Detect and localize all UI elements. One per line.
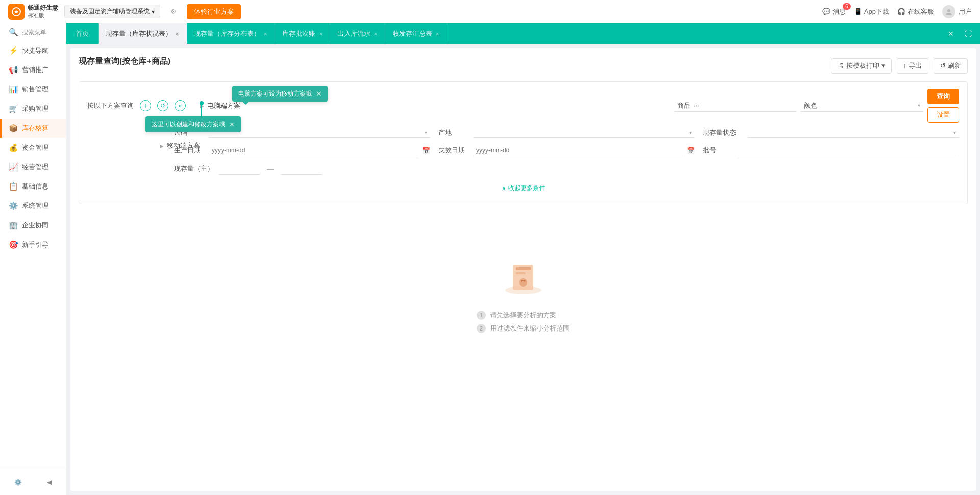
filter-field-batch: 批号 [703,144,959,156]
lightning-icon: ⚡ [9,46,18,55]
system-select[interactable]: 装备及固定资产辅助管理系统 ▾ [64,5,160,18]
headset-icon: 🎧 [897,8,905,15]
query-button[interactable]: 查询 [927,89,959,104]
stock-status-select[interactable]: ▾ [748,128,959,138]
tab-stock-status[interactable]: 现存量（库存状况表） ✕ [99,23,187,44]
tab-recv-send[interactable]: 收发存汇总表 ✕ [385,23,447,44]
print-button[interactable]: 🖨 按模板打印 ▾ [831,58,892,74]
sidebar-item-operations[interactable]: 📈 经营管理 [0,157,66,177]
tooltip-1-text: 电脑方案可设为移动方案哦 [238,89,312,98]
stock-main-from-input[interactable] [219,162,260,175]
settings-icon[interactable]: ⚙ [166,5,181,19]
marketing-icon: 📢 [9,65,18,75]
batch-input[interactable] [738,144,959,156]
sidebar-sales-label: 销售管理 [22,85,48,94]
industry-button[interactable]: 体验行业方案 [187,4,241,19]
color-select-arrow: ▾ [918,103,920,108]
tab-close-all-button[interactable]: ✕ [944,27,958,40]
top-bar-right: 💬 消息 6 📱 App下载 🎧 在线客服 用户 [822,5,972,18]
origin-select[interactable]: ▾ [473,128,695,138]
page-header: 现存量查询(按仓库+商品) 🖨 按模板打印 ▾ ↑ 导出 ↺ [79,56,968,75]
tab-recv-send-close[interactable]: ✕ [435,31,439,37]
tab-stock-status-close[interactable]: ✕ [175,31,179,37]
tab-inout-flow[interactable]: 出入库流水 ✕ [330,23,385,44]
tab-inout-flow-close[interactable]: ✕ [374,31,378,37]
filter-settings-button[interactable]: 设置 [927,107,959,123]
stock-main-to-input[interactable] [281,162,322,175]
app-download-button[interactable]: 📱 App下载 [854,7,889,16]
filter-back-button[interactable]: « [175,100,186,111]
expand-arrow-mobile-icon: ▶ [160,143,164,149]
tab-home[interactable]: 首页 [66,23,99,44]
export-icon: ↑ [903,62,907,69]
scheme-mobile-label: 移动端方案 [167,141,200,150]
svg-point-6 [519,278,527,287]
collapse-button[interactable]: ∧ 收起更多条件 [87,180,959,197]
tooltip-2-text: 这里可以创建和修改方案哦 [152,120,225,129]
sidebar-item-finance[interactable]: 💰 资金管理 [0,138,66,157]
svg-rect-4 [516,267,531,270]
filter-field-produce-date: 生产日期 📅 [174,144,430,156]
phone-icon: 📱 [854,8,862,15]
expire-date-label: 失效日期 [438,146,469,155]
tab-stock-dist[interactable]: 现存量（库存分布表） ✕ [187,23,275,44]
produce-date-input[interactable] [209,145,418,156]
expire-date-input[interactable] [473,145,682,156]
sidebar-item-quick-nav[interactable]: ⚡ 快捷导航 [0,41,66,60]
message-button[interactable]: 💬 消息 6 [822,7,846,16]
filter-label: 按以下方案查询 [87,101,134,110]
message-badge: 6 [843,3,851,10]
sidebar-collapse-button[interactable]: ◀ [40,474,59,491]
tooltip-1-close[interactable]: ✕ [316,90,322,98]
stock-icon: 📦 [9,124,18,133]
refresh-label: 刷新 [948,61,961,70]
online-service-button[interactable]: 🎧 在线客服 [897,7,934,16]
sidebar-item-guide[interactable]: 🎯 新手引导 [0,235,66,254]
calendar-icon-1[interactable]: 📅 [422,147,430,154]
tooltip-2-close[interactable]: ✕ [229,121,235,128]
tab-stock-batch-label: 库存批次账 [282,29,315,38]
tab-stock-batch-close[interactable]: ✕ [318,31,323,37]
stock-main-label: 现存量（主） [174,164,215,173]
origin-select-arrow: ▾ [689,130,692,135]
export-button[interactable]: ↑ 导出 [897,58,929,74]
sidebar-item-search-menu[interactable]: 🔍 搜索菜单 [0,23,66,41]
origin-label: 产地 [438,128,469,137]
sidebar-search-label: 搜索菜单 [22,28,46,37]
sidebar-settings-button[interactable]: ⚙️ [7,474,29,491]
sidebar-item-basic-info[interactable]: 📋 基础信息 [0,177,66,196]
refresh-icon: ↺ [940,62,946,69]
app-download-label: App下载 [864,7,889,16]
sidebar-item-enterprise[interactable]: 🏢 企业协同 [0,216,66,235]
top-bar-left: 畅通好生意 标准版 装备及固定资产辅助管理系统 ▾ ⚙ 体验行业方案 [8,4,241,20]
sidebar-item-sales[interactable]: 📊 销售管理 [0,80,66,99]
refresh-button[interactable]: ↺ 刷新 [934,58,968,74]
calendar-icon-2[interactable]: 📅 [687,147,695,154]
guide-icon: 🎯 [9,240,18,249]
filter-add-button[interactable]: + [140,100,151,111]
filter-refresh-button[interactable]: ↺ [157,100,168,111]
sidebar-bottom: ⚙️ ◀ [0,469,66,495]
sidebar-item-system[interactable]: ⚙️ 系统管理 [0,196,66,216]
print-label: 按模板打印 [846,61,879,70]
sidebar-item-purchase[interactable]: 🛒 采购管理 [0,99,66,119]
logo-icon [8,4,24,20]
size-select[interactable]: ▾ [209,128,430,138]
sidebar: 🔍 搜索菜单 ⚡ 快捷导航 📢 营销推广 📊 销售管理 🛒 采购管理 📦 [0,23,66,495]
user-area[interactable]: 用户 [942,5,972,18]
sidebar-item-stock[interactable]: 📦 库存核算 [0,119,66,138]
sidebar-quick-nav-label: 快捷导航 [22,46,48,55]
color-field-label: 颜色 [804,101,817,110]
tab-stock-batch[interactable]: 库存批次账 ✕ [275,23,330,44]
tab-expand-button[interactable]: ⛶ [962,27,975,40]
sidebar-operations-label: 经营管理 [22,162,48,172]
empty-hint-2: 2 用过滤条件来缩小分析范围 [477,324,570,333]
sales-icon: 📊 [9,85,18,94]
sidebar-item-marketing[interactable]: 📢 营销推广 [0,60,66,80]
empty-icon [498,249,549,300]
batch-label: 批号 [703,146,733,155]
purchase-icon: 🛒 [9,104,18,113]
scheme-mobile-item[interactable]: ▶ 移动端方案 [156,139,204,152]
tab-stock-dist-close[interactable]: ✕ [263,31,267,37]
system-select-arrow: ▾ [152,8,155,15]
